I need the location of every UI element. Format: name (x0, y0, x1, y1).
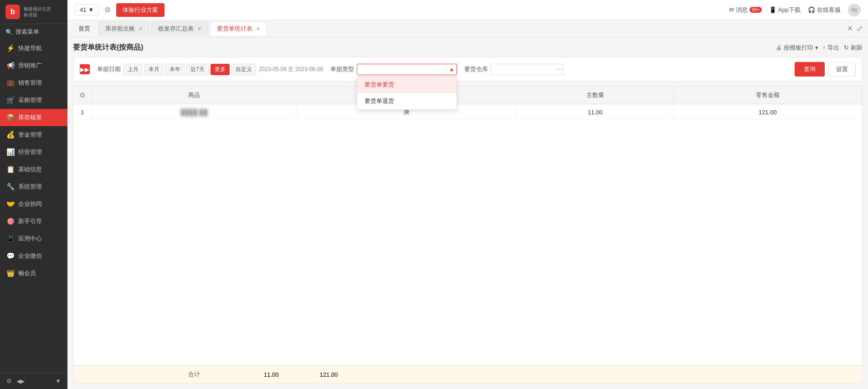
page-header: 要货单统计表(按商品) 🖨 按模板打印 ▾ ↑ 导出 ↻ 刷新 (73, 43, 863, 52)
print-label: 按模板打印 (784, 44, 813, 52)
table-row: 1 ████ ██ 块 11.00 121.00 (73, 104, 862, 120)
member-icon: 👑 (6, 269, 15, 277)
sidebar-item-label: 销售管理 (18, 79, 42, 87)
customer-service-btn[interactable]: 🎧 在线客服 (808, 6, 841, 14)
date-buttons: 上月 本月 本年 近7天 更多 自定义 (123, 64, 256, 75)
table-header-row: ⚙ 商品 主计量单位 主数量 零售金额 (73, 87, 862, 104)
sidebar-item-sales[interactable]: 💼 销售管理 (0, 74, 67, 92)
total-row: 合计 11.00 121.00 (73, 365, 862, 383)
sidebar-search[interactable]: 🔍 搜索菜单 (0, 24, 67, 40)
export-btn[interactable]: ↑ 导出 (823, 44, 840, 52)
sidebar-item-label: 应用中心 (18, 235, 42, 243)
sidebar-bottom: ⚙ ◀▶ ▼ (0, 373, 67, 389)
search-label: 搜索菜单 (15, 28, 39, 36)
tab-recv-summary[interactable]: 收发存汇总表 ✕ (151, 21, 208, 36)
wechat-icon: 💬 (6, 252, 15, 260)
topbar: 41 ▼ ⚙ 体验行业方案 ✉ 消息 99+ 📱 App下载 🎧 在线客服 Ri… (67, 0, 868, 20)
date-btn-this-month[interactable]: 本月 (144, 64, 164, 75)
sidebar-item-label: 库存核算 (18, 113, 42, 122)
sidebar-item-basic-info[interactable]: 📋 基础信息 (0, 161, 67, 178)
selector-arrow-icon: ▼ (88, 6, 94, 13)
search-icon: 🔍 (5, 29, 13, 36)
dropdown-item-order-goods[interactable]: 要货单要货 (357, 77, 457, 93)
tab-close-icon[interactable]: ✕ (197, 26, 201, 32)
date-btn-last-month[interactable]: 上月 (123, 64, 143, 75)
sidebar-item-wechat[interactable]: 💬 企业微信 (0, 247, 67, 265)
collapse-icon[interactable]: ◀▶ (16, 378, 25, 384)
tabs-bar: 首页 库存批次账 ✕ 收发存汇总表 ✕ 要货单统计表 ✕ ✕ ⤢ (67, 20, 868, 37)
type-select-input[interactable] (357, 64, 457, 75)
sidebar-item-label: 新手引导 (18, 217, 42, 225)
sidebar-item-enterprise[interactable]: 🤝 企业协同 (0, 195, 67, 213)
sidebar-item-finance[interactable]: 💰 资金管理 (0, 126, 67, 143)
sidebar-item-marketing[interactable]: 📢 营销推广 (0, 57, 67, 74)
scroll-down-arrow[interactable]: ▼ (55, 378, 61, 384)
table-settings-icon[interactable]: ⚙ (79, 91, 85, 99)
operations-icon: 📊 (6, 148, 15, 156)
date-btn-this-year[interactable]: 本年 (165, 64, 185, 75)
tab-close-all-icon[interactable]: ✕ (846, 23, 854, 34)
tab-label: 首页 (78, 25, 90, 33)
sidebar-item-label: 基础信息 (18, 165, 42, 174)
tab-close-icon[interactable]: ✕ (139, 26, 143, 32)
selector-value: 41 (80, 6, 86, 13)
sidebar-item-member[interactable]: 👑 畅会员 (0, 265, 67, 282)
query-btn[interactable]: 查询 (795, 62, 825, 77)
type-dropdown-menu: 要货单要货 要货单退货 (357, 76, 457, 110)
sidebar-item-app-center[interactable]: 📱 应用中心 (0, 230, 67, 247)
topbar-gear-icon[interactable]: ⚙ (104, 5, 111, 14)
sidebar-item-quick-nav[interactable]: ⚡ 快捷导航 (0, 40, 67, 57)
filter-actions: 查询 设置 (795, 62, 856, 77)
date-btn-custom[interactable]: 自定义 (231, 64, 256, 75)
user-avatar[interactable]: Rit (848, 4, 861, 16)
print-btn[interactable]: 🖨 按模板打印 ▾ (776, 44, 818, 52)
sidebar-item-guide[interactable]: 🎯 新手引导 (0, 213, 67, 230)
tab-home[interactable]: 首页 (72, 22, 97, 36)
warehouse-filter-group: 要货仓库 ··· (464, 64, 564, 75)
main-area: 41 ▼ ⚙ 体验行业方案 ✉ 消息 99+ 📱 App下载 🎧 在线客服 Ri… (67, 0, 868, 389)
date-btn-more[interactable]: 更多 (211, 64, 230, 75)
refresh-btn[interactable]: ↻ 刷新 (844, 44, 863, 52)
tab-label: 要货单统计表 (217, 25, 252, 33)
filter-expand-btn[interactable]: ▶▶ (80, 64, 90, 74)
col-settings-header[interactable]: ⚙ (73, 87, 92, 104)
sidebar-item-operations[interactable]: 📊 经营管理 (0, 143, 67, 161)
tab-close-icon[interactable]: ✕ (256, 26, 260, 32)
table-container: ⚙ 商品 主计量单位 主数量 零售金额 1 ████ ██ (73, 86, 863, 384)
app-download-btn[interactable]: 📱 App下载 (769, 6, 801, 14)
guide-icon: 🎯 (6, 217, 15, 225)
page-title: 要货单统计表(按商品) (73, 43, 144, 52)
sales-icon: 💼 (6, 79, 15, 87)
tab-expand-icon[interactable]: ⤢ (856, 23, 863, 34)
tab-batch-account[interactable]: 库存批次账 ✕ (98, 21, 149, 36)
app-center-icon: 📱 (6, 235, 15, 243)
tab-order-stats[interactable]: 要货单统计表 ✕ (210, 21, 267, 36)
industry-btn[interactable]: 体验行业方案 (116, 3, 164, 17)
sidebar-item-system[interactable]: 🔧 系统管理 (0, 178, 67, 195)
col-product-header: 商品 (92, 87, 297, 104)
messages-btn[interactable]: ✉ 消息 99+ (729, 6, 762, 14)
warehouse-input[interactable] (491, 64, 564, 75)
total-quantity: 11.00 (264, 371, 279, 378)
finance-icon: 💰 (6, 131, 15, 139)
sidebar-item-inventory[interactable]: 📦 库存核算 (0, 109, 67, 126)
inventory-icon: 📦 (6, 113, 15, 122)
type-select-wrapper: ▲ 要货单要货 要货单退货 (357, 64, 457, 75)
date-btn-7days[interactable]: 近7天 (186, 64, 209, 75)
sidebar-logo: b 畅捷通好生意 标准版 (0, 0, 67, 24)
export-label: 导出 (827, 44, 839, 52)
cell-quantity: 11.00 (517, 104, 673, 120)
warehouse-more-icon[interactable]: ··· (556, 65, 562, 73)
cell-no: 1 (73, 104, 92, 120)
sidebar-item-label: 采购管理 (18, 96, 42, 104)
company-selector[interactable]: 41 ▼ (75, 4, 99, 15)
date-filter-group: 单据日期 上月 本月 本年 近7天 更多 自定义 2023-05-06 至 20… (97, 64, 323, 75)
date-range: 2023-05-06 至 2023-06-06 (259, 66, 323, 73)
settings-btn[interactable]: 设置 (828, 62, 856, 77)
dropdown-item-order-return[interactable]: 要货单退货 (357, 93, 457, 109)
sidebar-item-purchase[interactable]: 🛒 采购管理 (0, 92, 67, 109)
settings-icon[interactable]: ⚙ (6, 378, 12, 384)
tab-label: 库存批次账 (105, 25, 135, 33)
cell-amount: 121.00 (673, 104, 862, 120)
marketing-icon: 📢 (6, 61, 15, 70)
